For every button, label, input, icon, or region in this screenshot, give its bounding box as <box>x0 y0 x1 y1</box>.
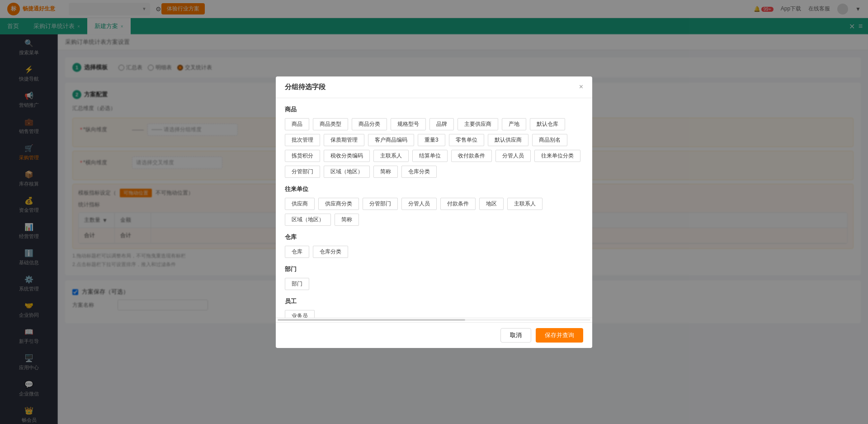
field-tag-0-4[interactable]: 品牌 <box>429 118 454 130</box>
field-tag-1-3[interactable]: 分管人员 <box>401 198 437 210</box>
modal-header: 分组待选字段 × <box>276 76 592 98</box>
field-group-2: 仓库仓库仓库分类 <box>285 233 583 258</box>
field-tag-0-14[interactable]: 商品别名 <box>532 134 567 146</box>
modal-footer: 取消 保存并查询 <box>276 322 592 348</box>
field-tag-0-11[interactable]: 重量3 <box>418 134 445 146</box>
field-tag-0-16[interactable]: 税收分类编码 <box>324 150 370 162</box>
field-tags-0: 商品商品类型商品分类规格型号品牌主要供应商产地默认仓库批次管理保质期管理客户商品… <box>285 118 583 178</box>
field-tags-2: 仓库仓库分类 <box>285 246 583 258</box>
field-tag-0-15[interactable]: 拣货积分 <box>285 150 320 162</box>
field-tag-1-0[interactable]: 供应商 <box>285 198 315 210</box>
field-tag-0-18[interactable]: 结算单位 <box>412 150 448 162</box>
field-tag-4-0[interactable]: 业务员 <box>285 310 315 318</box>
modal-close-button[interactable]: × <box>579 83 583 91</box>
field-tag-1-6[interactable]: 主联系人 <box>507 198 542 210</box>
field-group-title-4: 员工 <box>285 297 583 305</box>
field-tag-0-9[interactable]: 保质期管理 <box>324 134 364 146</box>
field-tag-0-5[interactable]: 主要供应商 <box>458 118 498 130</box>
field-tag-0-10[interactable]: 客户商品编码 <box>368 134 414 146</box>
hscroll-thumb[interactable] <box>278 319 465 321</box>
hscroll-track <box>278 319 590 321</box>
field-group-title-1: 往来单位 <box>285 185 583 193</box>
field-group-4: 员工业务员 <box>285 297 583 318</box>
field-tag-0-23[interactable]: 区域（地区） <box>324 166 370 178</box>
field-tag-0-13[interactable]: 默认供应商 <box>488 134 528 146</box>
field-tags-1: 供应商供应商分类分管部门分管人员付款条件地区主联系人区域（地区）简称 <box>285 198 583 226</box>
field-tags-3: 部门 <box>285 278 583 290</box>
field-group-title-2: 仓库 <box>285 233 583 241</box>
field-tag-0-6[interactable]: 产地 <box>502 118 526 130</box>
field-group-0: 商品商品商品类型商品分类规格型号品牌主要供应商产地默认仓库批次管理保质期管理客户… <box>285 105 583 178</box>
field-tag-0-24[interactable]: 简称 <box>373 166 398 178</box>
field-tag-1-7[interactable]: 区域（地区） <box>285 214 331 226</box>
field-tag-3-0[interactable]: 部门 <box>285 278 309 290</box>
field-tag-0-3[interactable]: 规格型号 <box>391 118 426 130</box>
field-tag-0-1[interactable]: 商品类型 <box>313 118 348 130</box>
modal-title: 分组待选字段 <box>285 83 326 91</box>
field-tag-1-2[interactable]: 分管部门 <box>363 198 398 210</box>
field-tags-4: 业务员 <box>285 310 583 318</box>
field-tag-0-20[interactable]: 分管人员 <box>495 150 531 162</box>
field-tag-0-12[interactable]: 零售单位 <box>449 134 484 146</box>
field-tag-0-0[interactable]: 商品 <box>285 118 309 130</box>
field-tag-0-19[interactable]: 收付款条件 <box>451 150 492 162</box>
modal-body: 商品商品商品类型商品分类规格型号品牌主要供应商产地默认仓库批次管理保质期管理客户… <box>276 98 592 318</box>
field-tag-2-1[interactable]: 仓库分类 <box>313 246 348 258</box>
modal: 分组待选字段 × 商品商品商品类型商品分类规格型号品牌主要供应商产地默认仓库批次… <box>276 76 592 348</box>
field-tag-0-8[interactable]: 批次管理 <box>285 134 320 146</box>
modal-overlay: 分组待选字段 × 商品商品商品类型商品分类规格型号品牌主要供应商产地默认仓库批次… <box>0 0 868 424</box>
field-tag-1-8[interactable]: 简称 <box>335 214 359 226</box>
field-tag-1-5[interactable]: 地区 <box>479 198 504 210</box>
field-tag-1-4[interactable]: 付款条件 <box>440 198 476 210</box>
field-tag-0-17[interactable]: 主联系人 <box>373 150 409 162</box>
field-tag-0-2[interactable]: 商品分类 <box>352 118 387 130</box>
modal-cancel-button[interactable]: 取消 <box>500 328 531 343</box>
field-group-1: 往来单位供应商供应商分类分管部门分管人员付款条件地区主联系人区域（地区）简称 <box>285 185 583 226</box>
field-group-3: 部门部门 <box>285 265 583 290</box>
field-tag-2-0[interactable]: 仓库 <box>285 246 309 258</box>
field-tag-0-22[interactable]: 分管部门 <box>285 166 320 178</box>
field-tag-1-1[interactable]: 供应商分类 <box>318 198 359 210</box>
modal-hscroll <box>276 318 592 322</box>
field-tag-0-25[interactable]: 仓库分类 <box>401 166 437 178</box>
field-group-title-0: 商品 <box>285 105 583 114</box>
field-tag-0-7[interactable]: 默认仓库 <box>530 118 565 130</box>
modal-save-button[interactable]: 保存并查询 <box>536 328 583 343</box>
field-group-title-3: 部门 <box>285 265 583 273</box>
field-tag-0-21[interactable]: 往来单位分类 <box>534 150 580 162</box>
